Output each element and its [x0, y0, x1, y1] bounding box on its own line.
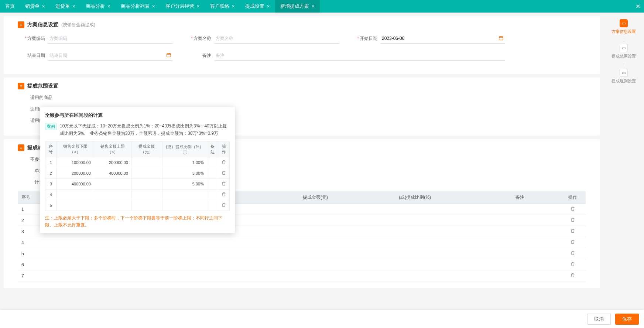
step-label: 提成范围设置 — [612, 54, 636, 59]
rules-th: 提成金额(元) — [299, 191, 395, 204]
tab-bar: 首页销货单✕进货单✕商品分析✕商品分析列表✕客户分层经营✕客户联络✕提成设置✕新… — [0, 0, 644, 13]
cancel-button[interactable]: 取消 — [587, 314, 611, 317]
tab-8[interactable]: 新增提成方案✕ — [275, 0, 320, 13]
trash-icon[interactable] — [221, 181, 226, 186]
start-date-label: 开始日期 — [360, 36, 377, 41]
calendar-icon[interactable] — [166, 52, 171, 58]
end-date-input[interactable] — [48, 50, 173, 61]
remark-label: 备注 — [202, 53, 211, 58]
example-text: 10万元以下无提成；10~20万元提成比例为1%；20~40万提成比例为3%；4… — [60, 122, 230, 137]
tab-4[interactable]: 商品分析列表✕ — [116, 0, 160, 13]
step-icon: ▭ — [620, 44, 628, 52]
popover-table: 序号销售金额下限（>）销售金额上限（≤）提成金额（元）(或）提成比例（%）i备注… — [45, 141, 230, 211]
trash-icon[interactable] — [221, 192, 226, 197]
calendar-icon[interactable] — [499, 35, 504, 41]
svg-rect-1 — [167, 54, 171, 57]
table-row: 1100000.00200000.001.00% — [45, 157, 230, 168]
code-input[interactable] — [48, 33, 173, 44]
tab-6[interactable]: 客户联络✕ — [205, 0, 240, 13]
panel-plan-info-title: 方案信息设置 — [27, 21, 58, 28]
tab-label: 客户分层经营 — [165, 3, 194, 10]
pop-th: 提成金额（元） — [131, 141, 162, 157]
tab-label: 销货单 — [25, 3, 40, 10]
tab-3[interactable]: 商品分析✕ — [80, 0, 116, 13]
steps-sidebar: ▭方案信息设置▭提成范围设置▭提成规则设置 — [603, 13, 644, 317]
start-date-input[interactable] — [380, 33, 505, 44]
pop-th: 销售金额下限（>） — [56, 141, 94, 157]
rules-th: 操作 — [560, 191, 586, 204]
trash-icon[interactable] — [570, 239, 575, 245]
close-icon[interactable]: ✕ — [152, 4, 155, 9]
close-icon[interactable]: ✕ — [72, 4, 75, 9]
step-icon: ▭ — [620, 69, 628, 77]
global-close-icon[interactable]: ✕ — [631, 0, 644, 13]
pop-th: 序号 — [45, 141, 56, 157]
scope-goods-label: 适用的商品 — [18, 95, 55, 101]
panel-plan-info-header: ≡ 方案信息设置 (按销售金额提成) — [18, 21, 586, 28]
trash-icon[interactable] — [570, 228, 575, 233]
tab-0[interactable]: 首页 — [0, 0, 20, 13]
trash-icon[interactable] — [570, 250, 575, 256]
table-row: 4 — [45, 189, 230, 200]
tab-7[interactable]: 提成设置✕ — [240, 0, 275, 13]
panel-icon: ≡ — [18, 83, 24, 89]
trash-icon[interactable] — [570, 273, 575, 278]
table-row: 7 — [18, 270, 586, 281]
info-icon: i — [183, 150, 187, 154]
panel-plan-info-sub: (按销售金额提成) — [61, 22, 95, 28]
step-1[interactable]: ▭提成范围设置 — [605, 44, 643, 59]
save-button[interactable]: 保存 — [615, 314, 639, 317]
panel-scope-title: 提成范围设置 — [27, 83, 58, 89]
popover-note: 注：上限必须大于下限；多个阶梯时，下一个阶梯下限要等于前一阶梯上限；不同行之间下… — [45, 215, 230, 229]
tab-5[interactable]: 客户分层经营✕ — [160, 0, 205, 13]
close-icon[interactable]: ✕ — [107, 4, 110, 9]
pop-th: 操作 — [218, 141, 230, 157]
close-icon[interactable]: ✕ — [232, 4, 235, 9]
tab-label: 商品分析 — [86, 3, 105, 10]
close-icon[interactable]: ✕ — [42, 4, 45, 9]
name-input[interactable] — [214, 33, 339, 44]
close-icon[interactable]: ✕ — [311, 4, 315, 9]
remark-input[interactable] — [214, 50, 505, 61]
table-row: 2200000.00400000.003.00% — [45, 168, 230, 178]
panel-icon: ≡ — [18, 144, 24, 151]
example-tag: 案例 — [45, 123, 57, 130]
trash-icon[interactable] — [221, 170, 226, 175]
trash-icon[interactable] — [570, 262, 575, 267]
step-icon: ▭ — [620, 19, 628, 27]
table-row: 3400000.005.00% — [45, 178, 230, 189]
table-row: 6 — [18, 259, 586, 270]
step-2[interactable]: ▭提成规则设置 — [605, 69, 643, 84]
rules-th: (或)提成比例(%) — [395, 191, 512, 204]
popover-title: 全额参与所在区间段的计算 — [45, 112, 230, 119]
pop-th: 备注 — [207, 141, 218, 157]
close-icon[interactable]: ✕ — [196, 4, 200, 9]
tab-label: 商品分析列表 — [121, 3, 150, 10]
trash-icon[interactable] — [570, 217, 575, 222]
table-row: 5 — [45, 200, 230, 211]
tab-1[interactable]: 销货单✕ — [20, 0, 50, 13]
rules-th: 备注 — [512, 191, 560, 204]
tab-2[interactable]: 进货单✕ — [50, 0, 80, 13]
footer-bar: 取消 保存 — [0, 310, 644, 317]
tab-label: 提成设置 — [245, 3, 264, 10]
pop-th: 销售金额上限（≤） — [94, 141, 131, 157]
end-date-label: 结束日期 — [27, 53, 45, 58]
tab-label: 进货单 — [55, 3, 70, 10]
trash-icon[interactable] — [221, 202, 226, 208]
trash-icon[interactable] — [570, 206, 575, 211]
close-icon[interactable]: ✕ — [267, 4, 270, 9]
step-label: 方案信息设置 — [612, 29, 636, 34]
trash-icon[interactable] — [221, 160, 226, 165]
panel-plan-info: ≡ 方案信息设置 (按销售金额提成) *方案编码 *方案名称 *开始日期 — [4, 16, 600, 74]
svg-rect-0 — [499, 37, 503, 40]
tab-label: 客户联络 — [210, 3, 229, 10]
step-0[interactable]: ▭方案信息设置 — [605, 19, 643, 34]
table-row: 5 — [18, 248, 586, 259]
name-label: 方案名称 — [193, 36, 211, 41]
panel-icon: ≡ — [18, 21, 24, 28]
tab-label: 新增提成方案 — [280, 3, 309, 10]
code-label: 方案编码 — [27, 36, 45, 41]
step-label: 提成规则设置 — [612, 78, 636, 84]
tab-label: 首页 — [5, 3, 15, 10]
